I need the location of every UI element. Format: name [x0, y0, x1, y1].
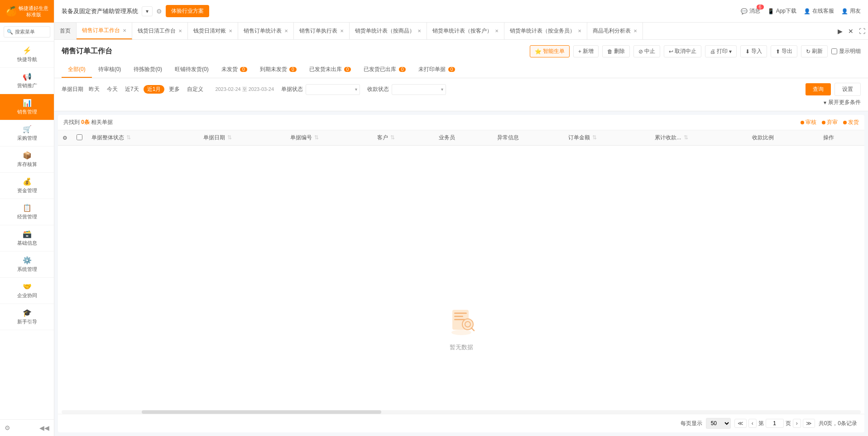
service-button[interactable]: 👤 在线客服 [804, 7, 834, 15]
sidebar-settings-button[interactable]: ⚙ [5, 424, 10, 431]
tab-margin-analysis[interactable]: 商品毛利分析表 ✕ [587, 23, 643, 39]
date-more-btn[interactable]: 更多 [166, 85, 182, 94]
tab-close-by-product[interactable]: ✕ [417, 28, 421, 33]
tab-sales-workbench[interactable]: 销售订单工作台 ✕ [77, 23, 132, 39]
sort-icon-cumulative[interactable]: ⇅ [684, 134, 688, 141]
sub-tab-expired[interactable]: 到期未发货 0 [254, 62, 303, 78]
ship-action-button[interactable]: 发货 [843, 118, 859, 126]
sub-tab-shipped-not-out[interactable]: 已发货未出库 0 [303, 62, 358, 78]
tab-close-cash-daily[interactable]: ✕ [178, 28, 182, 33]
sub-tab-pending-check[interactable]: 待拣验货(0) [127, 62, 168, 78]
empty-icon [443, 302, 480, 338]
scroll-thumb[interactable] [142, 410, 382, 414]
print-icon: 🖨 [710, 48, 715, 55]
tab-close-stats[interactable]: ✕ [284, 28, 288, 33]
sub-tab-all[interactable]: 全部(0) [62, 62, 92, 78]
show-detail-checkbox[interactable]: 显示明细 [831, 47, 861, 55]
sidebar-item-marketing[interactable]: 📢 营销推广 [0, 68, 54, 94]
table-scroll-container[interactable]: ⚙ 单据整体状态 ⇅ 单据日期 ⇅ [58, 130, 864, 243]
cancel-stop-button[interactable]: ↩ 取消中止 [664, 45, 701, 57]
sub-tab-not-printed[interactable]: 未打印单据 0 [412, 62, 461, 78]
filter-area: 单据日期 昨天 今天 近7天 近1月 更多 自定义 2023-02-24 至 2… [54, 78, 868, 111]
date-7days-btn[interactable]: 近7天 [122, 85, 142, 94]
tab-close-exec[interactable]: ✕ [340, 28, 344, 33]
th-settings[interactable]: ⚙ [58, 130, 72, 146]
tab-close-all-button[interactable]: ✕ [845, 28, 856, 35]
sub-tab-wangpu[interactable]: 旺铺待发货(0) [168, 62, 215, 78]
sidebar-item-finance[interactable]: 💰 资金管理 [0, 173, 54, 199]
date-1month-btn[interactable]: 近1月 [144, 85, 165, 94]
add-button[interactable]: + 新增 [573, 45, 599, 57]
tab-close-margin[interactable]: ✕ [633, 28, 637, 33]
tab-cash-daily[interactable]: 钱货日清工作台 ✕ [132, 23, 188, 39]
svg-rect-4 [454, 319, 465, 320]
sidebar-item-quicknav[interactable]: ⚡ 快捷导航 [0, 42, 54, 68]
export-button[interactable]: ⬆ 导出 [771, 45, 797, 57]
cancel-review-action-button[interactable]: 弃审 [822, 118, 838, 126]
tab-close-sales[interactable]: ✕ [123, 28, 126, 33]
tab-reconcile[interactable]: 钱货日清对账 ✕ [188, 23, 238, 39]
page-size-select[interactable]: 50 100 200 [706, 418, 731, 429]
page-next-button[interactable]: › [793, 419, 801, 428]
sort-icon-status[interactable]: ⇅ [126, 134, 131, 141]
sort-icon-customer[interactable]: ⇅ [390, 134, 395, 141]
tab-maximize-button[interactable]: ⛶ [856, 28, 868, 35]
page-number-input[interactable] [766, 419, 784, 428]
page-prev-button[interactable]: ‹ [748, 419, 757, 428]
sub-tab-unshipped[interactable]: 未发货 0 [215, 62, 254, 78]
sidebar-item-sales[interactable]: 📊 销售管理 [0, 94, 54, 120]
sidebar-item-basicinfo[interactable]: 🗃️ 基础信息 [0, 225, 54, 251]
horizontal-scrollbar[interactable] [62, 410, 861, 414]
tab-sales-by-product[interactable]: 销货单统计表（按商品） ✕ [350, 23, 427, 39]
stop-button[interactable]: ⊘ 中止 [633, 45, 660, 57]
sub-tab-pending-review[interactable]: 待审核(0) [92, 62, 128, 78]
message-button[interactable]: 💬 消息 6 [741, 7, 760, 15]
payment-select[interactable] [392, 84, 446, 95]
smart-generate-button[interactable]: ⭐ 智能生单 [530, 45, 570, 57]
tab-sales-by-customer[interactable]: 销货单统计表（按客户） ✕ [427, 23, 504, 39]
tab-close-by-staff[interactable]: ✕ [578, 28, 581, 33]
tab-sales-stats[interactable]: 销售订单统计表 ✕ [238, 23, 294, 39]
print-button[interactable]: 🖨 打印 ▾ [705, 45, 737, 57]
sub-tab-shipped-out[interactable]: 已发货已出库 0 [357, 62, 412, 78]
delete-button[interactable]: 🗑 删除 [602, 45, 630, 57]
sort-icon-date[interactable]: ⇅ [227, 134, 232, 141]
page-first-button[interactable]: ≪ [734, 419, 747, 428]
review-action-button[interactable]: 审核 [801, 118, 816, 126]
query-button[interactable]: 查询 [806, 83, 831, 95]
experience-button[interactable]: 体验行业方案 [166, 5, 209, 17]
sidebar-item-inventory[interactable]: 📦 库存核算 [0, 147, 54, 173]
tab-sales-by-staff[interactable]: 销货单统计表（按业务员） ✕ [504, 23, 587, 39]
tab-close-reconcile[interactable]: ✕ [229, 28, 232, 33]
header-gear-button[interactable]: ⚙ [156, 8, 162, 15]
app-download-button[interactable]: 📱 App下载 [767, 7, 796, 15]
sidebar-item-system[interactable]: ⚙️ 系统管理 [0, 251, 54, 278]
expand-conditions-button[interactable]: ▾ 展开更多条件 [824, 99, 861, 106]
date-custom-btn[interactable]: 自定义 [184, 85, 206, 94]
status-select[interactable] [306, 84, 360, 95]
sidebar-item-operation[interactable]: 📋 经营管理 [0, 199, 54, 225]
marketing-icon: 📢 [23, 72, 32, 81]
system-dropdown-button[interactable]: ▾ [142, 6, 153, 16]
date-today-btn[interactable]: 今天 [104, 85, 120, 94]
show-detail-input[interactable] [831, 48, 837, 54]
search-menu-button[interactable]: 🔍 搜索菜单 [4, 26, 50, 38]
sidebar-item-enterprise[interactable]: 🤝 企业协同 [0, 278, 54, 304]
tab-scroll-right-button[interactable]: ▶ [835, 28, 845, 35]
sort-icon-number[interactable]: ⇅ [314, 134, 319, 141]
setting-button[interactable]: 设置 [834, 83, 861, 96]
tab-close-by-customer[interactable]: ✕ [495, 28, 499, 33]
import-button[interactable]: ⬇ 导入 [740, 45, 767, 57]
user-button[interactable]: 👤 用友 [841, 7, 861, 15]
tab-sales-exec[interactable]: 销售订单执行表 ✕ [294, 23, 350, 39]
sidebar-item-guide[interactable]: 🎓 新手引导 [0, 304, 54, 330]
date-yesterday-btn[interactable]: 昨天 [86, 85, 102, 94]
select-all-checkbox[interactable] [77, 134, 82, 140]
tab-home[interactable]: 首页 [54, 23, 77, 39]
th-checkbox [72, 130, 87, 146]
page-last-button[interactable]: ≫ [803, 419, 815, 428]
sidebar-item-purchase[interactable]: 🛒 采购管理 [0, 120, 54, 147]
refresh-button[interactable]: ↻ 刷新 [801, 45, 828, 57]
sidebar-collapse-button[interactable]: ◀◀ [39, 424, 49, 431]
sort-icon-amount[interactable]: ⇅ [592, 134, 597, 141]
